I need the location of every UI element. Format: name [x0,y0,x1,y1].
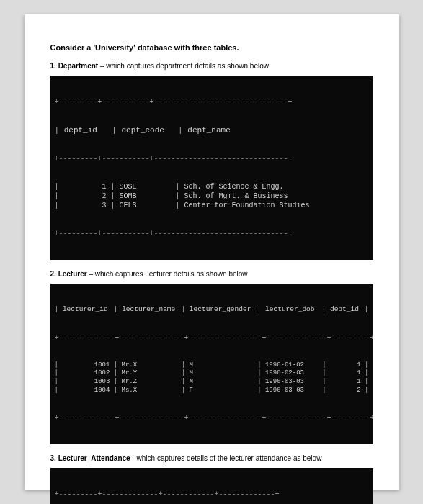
cell-lecturer-name: Ms.X [122,387,178,395]
cell-lecturer-id: 1001 [62,361,110,370]
col-header: dept_code [122,125,174,135]
table-divider: +---------+-----------+-----------------… [55,154,369,163]
table-divider: +---------+-------------+------------+--… [55,490,369,499]
table-divider: +---------+-----------+-----------------… [55,229,369,238]
attendance-table: +---------+-------------+------------+--… [50,468,373,504]
cell-lecturer-id: 1004 [62,387,110,395]
table-divider: +-------------+---------------+---------… [55,333,369,343]
cell-dept-id: 1 [330,361,361,370]
table-row: | 1004 | Ms.X | F | 1990-03-03 | 2 | [55,387,369,395]
section-2-label: 2. Lecturer – which captures Lecturer de… [50,270,373,278]
table-divider: +---------+-----------+-----------------… [55,97,369,107]
cell-lecturer-name: Mr.X [122,361,178,370]
cell-dept-id: 1 [330,378,361,387]
cell-dept-id: 2 [330,387,361,395]
cell-dept-id: 1 [330,369,361,378]
cell-lecturer-dob: 1990-02-03 [265,369,319,378]
cell-lecturer-gender: M [189,378,253,387]
cell-dept-name: Sch. of Science & Engg. [184,182,336,192]
cell-lecturer-id: 1002 [62,369,110,378]
table-row: | 1003 | Mr.Z | M | 1990-03-03 | 1 | [55,378,369,387]
table-header-row: | dept_id | dept_code | dept_name [55,125,369,135]
table-header-row: | lecturer_id | lecturer_name | lecturer… [55,305,369,314]
cell-dept-code: CFLS [120,201,172,210]
col-header: lecturer_name [122,305,177,314]
col-header: lecturer_id [63,305,110,314]
col-header: dept_id [64,125,107,135]
cell-lecturer-gender: M [189,369,253,378]
cell-lecturer-name: Mr.Y [122,369,178,378]
cell-dept-code: SOSE [120,182,172,192]
cell-lecturer-gender: F [189,387,253,395]
table-row: | 1001 | Mr.X | M | 1990-01-02 | 1 | [55,361,369,370]
cell-dept-name: Center for Foundation Studies [184,201,336,210]
table-row: | 1002 | Mr.Y | M | 1990-02-03 | 1 | [55,369,369,378]
table-row: | 2 | SOMB | Sch. of Mgmt. & Business [55,192,369,201]
cell-lecturer-id: 1003 [62,378,110,387]
col-header: lecturer_dob [265,305,318,314]
cell-lecturer-name: Mr.Z [122,378,178,387]
cell-lecturer-dob: 1990-03-03 [265,387,319,395]
table-divider: +-------------+---------------+---------… [55,413,369,423]
cell-dept-id: 3 [63,201,107,210]
cell-dept-name: Sch. of Mgmt. & Business [184,192,336,201]
col-header: lecturer_gender [190,305,253,314]
col-header: dept_id [330,305,360,314]
cell-dept-code: SOMB [120,192,172,201]
section-1-label: 1. Department – which captures departmen… [50,62,373,70]
cell-lecturer-dob: 1990-01-02 [265,361,319,370]
table-row: | 3 | CFLS | Center for Foundation Studi… [55,201,369,210]
section-3-label: 3. Lecturer_Attendance - which captures … [50,454,373,462]
table-row: | 1 | SOSE | Sch. of Science & Engg. [55,182,369,192]
cell-lecturer-dob: 1990-03-03 [265,378,319,387]
cell-dept-id: 2 [63,192,107,201]
cell-dept-id: 1 [63,182,107,192]
document-title: Consider a 'University' database with th… [50,43,373,52]
lecturer-table: | lecturer_id | lecturer_name | lecturer… [50,284,373,444]
cell-lecturer-gender: M [189,361,253,370]
department-table: +---------+-----------+-----------------… [50,76,373,260]
document-page: Consider a 'University' database with th… [25,14,399,490]
col-header: dept_name [187,125,339,135]
